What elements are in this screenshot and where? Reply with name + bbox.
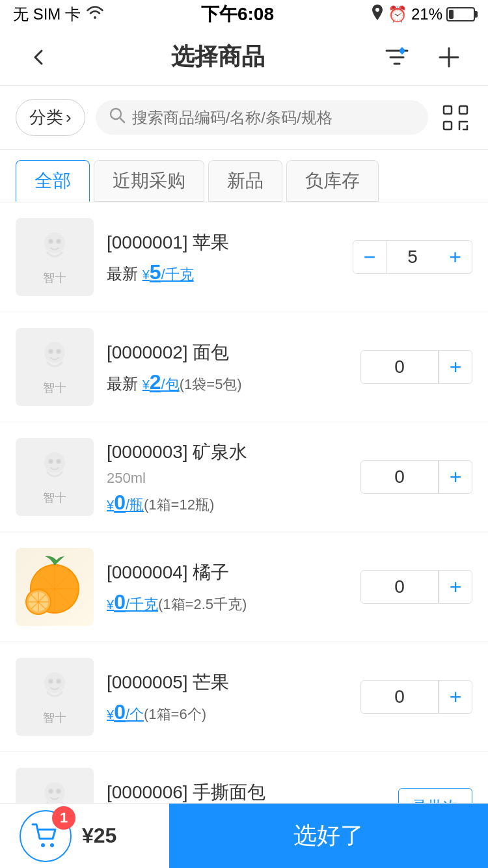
cart-button[interactable]: 1 (20, 810, 72, 862)
qty-control-0000005: 0 + (360, 680, 472, 714)
product-price-0000001: 最新 ¥5/千克 (107, 260, 340, 284)
product-info-0000004: [0000004] 橘子 ¥0/千克(1箱=2.5千克) (107, 560, 347, 614)
svg-point-54 (57, 790, 60, 793)
qty-control-0000003: 0 + (360, 460, 472, 494)
svg-point-29 (49, 460, 52, 463)
search-icon (109, 107, 126, 128)
svg-point-58 (41, 843, 45, 847)
svg-point-4 (400, 48, 405, 53)
qty-display-0000005: 0 (360, 680, 439, 714)
svg-point-19 (49, 240, 52, 243)
qty-display-0000004: 0 (360, 570, 439, 604)
product-item-0000003: 智十 [0000003] 矿泉水 250ml ¥0/瓶(1箱=12瓶) 0 + (0, 422, 488, 532)
product-price-0000003: ¥0/瓶(1箱=12瓶) (107, 491, 347, 515)
product-image-0000003: 智十 (16, 438, 94, 516)
wifi-icon (86, 5, 104, 23)
product-info-0000002: [0000002] 面包 最新 ¥2/包(1袋=5包) (107, 340, 347, 394)
qty-plus-0000002[interactable]: + (439, 350, 472, 384)
svg-point-53 (49, 790, 52, 793)
qty-control-0000002: 0 + (360, 350, 472, 384)
svg-rect-10 (459, 106, 467, 114)
category-chevron-icon: › (66, 107, 72, 128)
bottom-bar: 1 ¥25 选好了 (0, 803, 488, 868)
qty-control-0000001: − + (353, 240, 472, 274)
product-price-0000002: 最新 ¥2/包(1袋=5包) (107, 370, 347, 394)
tab-bar: 全部 近期采购 新品 负库存 (0, 150, 488, 202)
product-spec-0000003: 250ml (107, 470, 347, 487)
tab-all[interactable]: 全部 (16, 160, 90, 202)
cart-badge: 1 (52, 806, 75, 830)
product-info-0000005: [0000005] 芒果 ¥0/个(1箱=6个) (107, 670, 347, 724)
qty-plus-0000001[interactable]: + (439, 240, 472, 274)
svg-point-24 (49, 350, 52, 353)
qty-display-0000002: 0 (360, 350, 439, 384)
cart-section: 1 ¥25 (0, 810, 169, 862)
tab-new[interactable]: 新品 (208, 160, 282, 202)
product-name-0000005: [0000005] 芒果 (107, 670, 347, 695)
qty-plus-0000003[interactable]: + (439, 460, 472, 494)
tab-recent[interactable]: 近期采购 (94, 160, 204, 202)
product-item-0000002: 智十 [0000002] 面包 最新 ¥2/包(1袋=5包) 0 + (0, 312, 488, 422)
back-button[interactable] (20, 38, 59, 77)
product-name-0000003: [0000003] 矿泉水 (107, 440, 347, 465)
product-item-0000001: 智十 [0000001] 苹果 最新 ¥5/千克 − + (0, 202, 488, 312)
product-item-0000004: [0000004] 橘子 ¥0/千克(1箱=2.5千克) 0 + (0, 532, 488, 642)
product-price-0000005: ¥0/个(1箱=6个) (107, 700, 347, 724)
product-info-0000003: [0000003] 矿泉水 250ml ¥0/瓶(1箱=12瓶) (107, 440, 347, 515)
svg-line-8 (120, 118, 124, 122)
qty-control-0000004: 0 + (360, 570, 472, 604)
filter-bar: 分类 › (0, 86, 488, 150)
carrier-text: 无 SIM 卡 (13, 4, 81, 25)
alarm-icon: ⏰ (388, 5, 407, 23)
battery-percent: 21% (411, 5, 442, 23)
product-list: 智十 [0000001] 苹果 最新 ¥5/千克 − + (0, 202, 488, 868)
product-price-0000004: ¥0/千克(1箱=2.5千克) (107, 590, 347, 614)
add-button[interactable] (429, 38, 468, 77)
qty-plus-0000004[interactable]: + (439, 570, 472, 604)
svg-point-48 (49, 680, 52, 683)
status-bar: 无 SIM 卡 下午6:08 ⏰ 21% (0, 0, 488, 29)
search-box (96, 100, 428, 135)
filter-button[interactable] (377, 38, 416, 77)
product-image-0000001: 智十 (16, 218, 94, 296)
nav-actions (377, 38, 468, 77)
product-item-0000005: 智十 [0000005] 芒果 ¥0/个(1箱=6个) 0 + (0, 642, 488, 752)
product-image-0000004 (16, 548, 94, 626)
scan-button[interactable] (439, 101, 472, 135)
qty-minus-0000001[interactable]: − (353, 240, 386, 274)
cart-total: ¥25 (82, 824, 116, 848)
tab-negative[interactable]: 负库存 (286, 160, 379, 202)
location-icon (371, 5, 384, 24)
product-image-0000002: 智十 (16, 328, 94, 406)
qty-display-0000003: 0 (360, 460, 439, 494)
product-name-0000006: [0000006] 手撕面包 (107, 780, 385, 805)
status-time: 下午6:08 (201, 2, 274, 27)
status-left: 无 SIM 卡 (13, 4, 104, 25)
svg-point-49 (57, 680, 60, 683)
svg-point-59 (50, 843, 54, 847)
page-title: 选择商品 (171, 41, 265, 73)
product-image-0000005: 智十 (16, 658, 94, 736)
product-name-0000004: [0000004] 橘子 (107, 560, 347, 585)
svg-rect-11 (444, 122, 452, 129)
battery-icon (446, 7, 475, 21)
status-right: ⏰ 21% (371, 5, 475, 24)
product-name-0000001: [0000001] 苹果 (107, 230, 340, 255)
svg-point-25 (57, 350, 60, 353)
product-info-0000001: [0000001] 苹果 最新 ¥5/千克 (107, 230, 340, 284)
qty-plus-0000005[interactable]: + (439, 680, 472, 714)
svg-rect-9 (444, 106, 452, 114)
confirm-button[interactable]: 选好了 (169, 804, 488, 868)
category-label: 分类 (29, 106, 63, 129)
nav-bar: 选择商品 (0, 29, 488, 86)
qty-input-0000001[interactable] (386, 240, 439, 274)
product-name-0000002: [0000002] 面包 (107, 340, 347, 365)
svg-point-20 (57, 240, 60, 243)
category-button[interactable]: 分类 › (16, 99, 85, 136)
search-input[interactable] (132, 109, 415, 127)
svg-point-30 (57, 460, 60, 463)
